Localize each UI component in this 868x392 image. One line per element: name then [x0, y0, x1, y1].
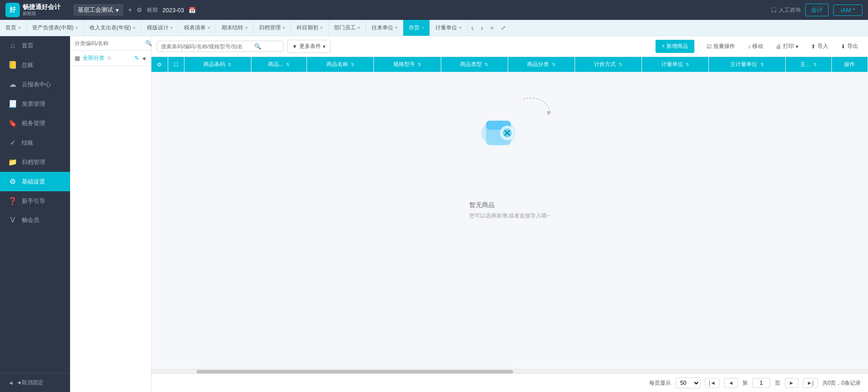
- tab-balance-mid[interactable]: 资产负债表(中期) ×: [27, 20, 84, 36]
- tab-template-close[interactable]: ×: [170, 25, 173, 30]
- per-page-select[interactable]: 50 100 200: [675, 378, 700, 388]
- tab-unit[interactable]: 计量单位 ×: [430, 20, 467, 36]
- tab-contact[interactable]: 往来单位 ×: [366, 20, 404, 36]
- logo-area: 好 畅捷通好会计 旗舰版: [5, 3, 69, 17]
- iam-button[interactable]: iAM *: [833, 5, 863, 16]
- add-product-button[interactable]: + 新增商品: [656, 40, 694, 53]
- tab-prev-btn[interactable]: ‹: [467, 24, 477, 32]
- batch-ops-button[interactable]: ☑ 批量操作: [702, 40, 740, 52]
- sidebar-item-reports[interactable]: ☁ 云报表中心: [0, 75, 70, 94]
- tab-contact-close[interactable]: ×: [395, 25, 398, 30]
- col-spec-sort[interactable]: ⇅: [418, 62, 421, 67]
- more-filter-label: 更多条件: [299, 43, 321, 50]
- page-suffix-label: 页: [775, 379, 780, 387]
- settings-icon[interactable]: ⚙: [137, 6, 142, 14]
- col-main-unit-sort[interactable]: ⇅: [760, 62, 764, 67]
- tab-archive-close[interactable]: ×: [283, 25, 285, 30]
- col-name-sort[interactable]: ⇅: [351, 62, 354, 67]
- tab-next-btn[interactable]: ›: [477, 24, 486, 32]
- support-button[interactable]: 🎧 人工咨询: [770, 6, 801, 14]
- batch-label: 批量操作: [713, 43, 735, 50]
- tab-archive[interactable]: 归档管理 ×: [254, 20, 291, 36]
- import-button[interactable]: ⬆ 导入: [807, 40, 833, 52]
- sidebar-item-closing[interactable]: ✓ 结账: [0, 133, 70, 152]
- tab-home-label: 首页: [5, 24, 16, 32]
- tab-inventory[interactable]: 存货 ×: [403, 20, 430, 36]
- invoice-icon: 🧾: [8, 99, 17, 108]
- product-search-input[interactable]: [161, 43, 251, 50]
- tab-subject-close[interactable]: ×: [320, 25, 323, 30]
- sidebar-item-member[interactable]: V 畅会员: [0, 211, 70, 230]
- category-search-input[interactable]: [75, 40, 142, 47]
- sidebar-item-archive[interactable]: 📁 归档管理: [0, 152, 70, 172]
- calendar-icon[interactable]: 📅: [189, 7, 196, 14]
- tab-inventory-label: 存货: [409, 24, 420, 32]
- sidebar: ⌂ 首页 📒 总账 ☁ 云报表中心 🧾 发票管理 🔖 税务管理 ✓ 结账 📁 归…: [0, 36, 70, 392]
- empty-illustration: [482, 99, 537, 153]
- tab-period-close-x[interactable]: ×: [245, 25, 248, 30]
- export-button[interactable]: ⬇ 导出: [836, 40, 863, 52]
- sidebar-item-tax[interactable]: 🔖 税务管理: [0, 113, 70, 133]
- tab-close-all-btn[interactable]: ×: [487, 24, 498, 31]
- col-unit-label: 计量单位: [661, 61, 683, 67]
- more-filter-button[interactable]: ▼ 更多条件 ▾: [287, 40, 330, 53]
- prev-page-btn[interactable]: ◄: [724, 378, 738, 388]
- tab-income-year[interactable]: 收入支出表(年报) ×: [84, 20, 142, 36]
- filter-icon: ▼: [292, 43, 297, 50]
- account-button[interactable]: 会计: [805, 4, 829, 16]
- tab-unit-close[interactable]: ×: [459, 25, 462, 30]
- category-collapse-icon[interactable]: ◄: [141, 55, 146, 61]
- sidebar-pin-toggle[interactable]: ◄ ◄取消固定: [0, 373, 70, 392]
- last-page-btn[interactable]: ►|: [803, 378, 818, 388]
- sidebar-item-ledger[interactable]: 📒 总账: [0, 55, 70, 75]
- col-check[interactable]: ☐: [168, 57, 184, 72]
- tab-balance-mid-close[interactable]: ×: [75, 25, 78, 30]
- product-search-bar: 🔍: [157, 41, 283, 52]
- tab-income-year-close[interactable]: ×: [133, 25, 136, 30]
- guide-icon: ❓: [8, 197, 17, 205]
- company-selector[interactable]: 基层工会测试 ▾: [73, 4, 123, 16]
- tab-home-close[interactable]: ×: [18, 25, 21, 30]
- all-category-label[interactable]: 全部分类: [83, 54, 104, 62]
- move-button[interactable]: ↕ 移动: [743, 40, 768, 52]
- col-price-method-sort[interactable]: ⇅: [619, 62, 623, 67]
- tab-tax-list-close[interactable]: ×: [208, 25, 210, 30]
- tab-template[interactable]: 模版设计 ×: [142, 20, 179, 36]
- tab-period-close[interactable]: 期末结转 ×: [216, 20, 254, 36]
- tab-dept-close[interactable]: ×: [358, 25, 360, 30]
- member-icon: V: [8, 216, 17, 224]
- col-settings[interactable]: ⚙: [151, 57, 168, 72]
- product-search-icon[interactable]: 🔍: [254, 43, 261, 50]
- sidebar-item-guide[interactable]: ❓ 新手引导: [0, 191, 70, 211]
- sidebar-item-invoice[interactable]: 🧾 发票管理: [0, 94, 70, 113]
- sidebar-item-settings[interactable]: ⚙ 基础设置: [0, 172, 70, 191]
- print-button[interactable]: 🖨 打印 ▾: [771, 40, 803, 52]
- col-extra-sort[interactable]: ⇅: [813, 62, 817, 67]
- tab-home[interactable]: 首页 ×: [0, 20, 27, 36]
- add-tab-icon[interactable]: +: [128, 6, 132, 14]
- page-number-input[interactable]: [752, 378, 770, 388]
- headset-icon: 🎧: [770, 7, 777, 13]
- first-page-btn[interactable]: |◄: [705, 378, 720, 388]
- sidebar-item-home[interactable]: ⌂ 首页: [0, 36, 70, 55]
- tab-expand-btn[interactable]: ⤢: [497, 24, 509, 31]
- col-category-sort[interactable]: ⇅: [552, 62, 556, 67]
- tab-subject[interactable]: 科目期初 ×: [291, 20, 329, 36]
- col-code-sort[interactable]: ⇅: [286, 62, 290, 67]
- category-edit-icon[interactable]: ✎: [134, 55, 139, 61]
- col-barcode-label: 商品条码: [203, 61, 225, 67]
- right-panel: 🔍 ▼ 更多条件 ▾ + 新增商品 ☑ 批量操作 ↕: [151, 36, 868, 392]
- tab-tax-list[interactable]: 税表清单 ×: [179, 20, 216, 36]
- tab-inventory-close[interactable]: ×: [421, 25, 424, 30]
- col-barcode-sort[interactable]: ⇅: [228, 62, 231, 67]
- tab-subject-label: 科目期初: [297, 24, 318, 32]
- col-type-sort[interactable]: ⇅: [485, 62, 488, 67]
- tab-dept-label: 部门员工: [334, 24, 356, 32]
- col-unit-sort[interactable]: ⇅: [686, 62, 689, 67]
- empty-state: 暂无商品 您可以选择新增,或者直接导入哦~: [151, 72, 868, 247]
- horizontal-scrollbar[interactable]: [151, 369, 868, 373]
- tab-dept[interactable]: 部门员工 ×: [329, 20, 366, 36]
- scrollbar-thumb[interactable]: [197, 370, 513, 373]
- category-header: ▦ 全部分类 ⊙ ✎ ◄: [70, 51, 151, 66]
- next-page-btn[interactable]: ►: [785, 378, 798, 388]
